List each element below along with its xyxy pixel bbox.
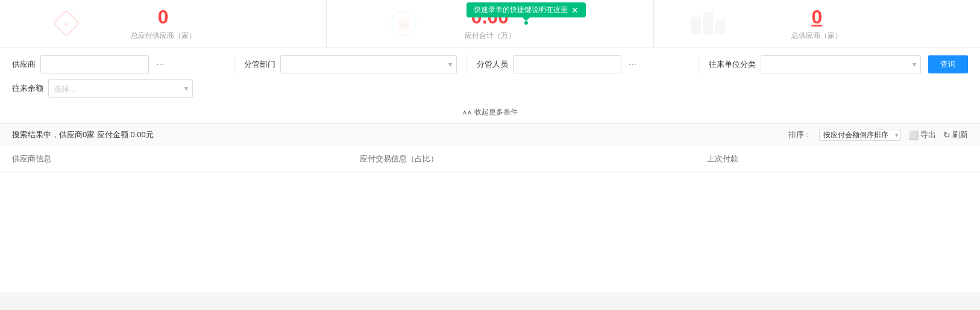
stat-total-payable-suppliers: ◆ 0 总应付供应商（家） bbox=[0, 0, 327, 48]
filter-section: 供应商 ··· 分管部门 ▾ 分管人员 ··· 往来单位分类 bbox=[0, 48, 980, 124]
tooltip-text: 快速录单的快捷键说明在这里 bbox=[474, 5, 568, 15]
stat-value-total-suppliers: 0 bbox=[811, 7, 822, 28]
table-body bbox=[0, 172, 980, 293]
tooltip-dot bbox=[523, 20, 529, 26]
unit-class-label: 往来单位分类 bbox=[709, 59, 756, 70]
collapse-label: 收起更多条件 bbox=[474, 107, 518, 117]
stat-payable-total: 🐷 快速录单的快捷键说明在这里 ✕ 0.00 应付合计（万） bbox=[327, 0, 653, 48]
filter-person: 分管人员 ··· bbox=[477, 55, 689, 73]
filter-unit-class: 往来单位分类 ▾ bbox=[709, 55, 921, 73]
filter-balance: 往来余额 ▾ bbox=[12, 79, 193, 98]
stat-icon-piggy: 🐷 bbox=[387, 6, 421, 42]
supplier-label: 供应商 bbox=[12, 59, 36, 70]
balance-label: 往来余额 bbox=[12, 83, 43, 94]
sort-select[interactable]: 按应付会额倒序排序 bbox=[819, 129, 901, 141]
refresh-label: 刷新 bbox=[952, 129, 968, 140]
table-col-header-2: 应付交易信息（占比） bbox=[360, 153, 708, 164]
export-label: 导出 bbox=[920, 129, 936, 140]
department-label: 分管部门 bbox=[244, 59, 275, 70]
person-label: 分管人员 bbox=[477, 59, 508, 70]
filter-department: 分管部门 ▾ bbox=[244, 55, 456, 73]
stat-icon-boxes bbox=[690, 11, 726, 37]
filter-row-2: 往来余额 ▾ bbox=[12, 79, 968, 98]
tooltip-close-icon[interactable]: ✕ bbox=[571, 6, 579, 14]
department-select[interactable] bbox=[280, 55, 456, 73]
export-button[interactable]: ⬜ 导出 bbox=[908, 129, 936, 140]
stats-bar: ◆ 0 总应付供应商（家） 🐷 快速录单的快捷键说明在这里 ✕ 0.00 应付合… bbox=[0, 0, 980, 48]
result-actions: 排序： 按应付会额倒序排序 ▾ ⬜ 导出 ↻ 刷新 bbox=[788, 129, 968, 141]
query-btn-wrapper: 查询 bbox=[928, 55, 968, 73]
department-select-wrapper: ▾ bbox=[280, 55, 456, 73]
stat-label-total-suppliers: 总供应商（家） bbox=[791, 31, 842, 41]
svg-rect-4 bbox=[691, 17, 701, 34]
person-dots[interactable]: ··· bbox=[626, 59, 639, 70]
stat-label-payable-suppliers: 总应付供应商（家） bbox=[131, 31, 196, 41]
balance-select-wrapper: ▾ bbox=[48, 79, 193, 98]
export-icon: ⬜ bbox=[908, 130, 919, 140]
unit-class-select[interactable] bbox=[761, 55, 921, 73]
svg-text:🐷: 🐷 bbox=[396, 15, 413, 31]
divider-3 bbox=[699, 55, 699, 73]
collapse-row: ∧∧ 收起更多条件 bbox=[12, 104, 968, 123]
divider-2 bbox=[466, 55, 467, 73]
refresh-button[interactable]: ↻ 刷新 bbox=[943, 129, 968, 140]
svg-text:◆: ◆ bbox=[64, 20, 69, 26]
person-input[interactable] bbox=[513, 55, 621, 73]
stat-label-payable-total: 应付合计（万） bbox=[465, 31, 515, 41]
unit-class-select-wrapper: ▾ bbox=[761, 55, 921, 73]
svg-rect-5 bbox=[703, 12, 713, 34]
balance-input[interactable] bbox=[48, 79, 193, 98]
collapse-button[interactable]: ∧∧ 收起更多条件 bbox=[462, 107, 518, 117]
quick-entry-tooltip: 快速录单的快捷键说明在这里 ✕ bbox=[466, 2, 586, 17]
sort-label: 排序： bbox=[788, 129, 812, 140]
refresh-icon: ↻ bbox=[943, 130, 950, 140]
stat-icon-diamond: ◆ bbox=[48, 5, 84, 43]
svg-rect-6 bbox=[715, 20, 725, 34]
sort-select-wrapper: 按应付会额倒序排序 ▾ bbox=[819, 129, 901, 141]
table-header: 供应商信息 应付交易信息（占比） 上次付款 bbox=[0, 146, 980, 172]
filter-supplier: 供应商 ··· bbox=[12, 55, 224, 73]
result-bar: 搜索结果中，供应商0家 应付金额 0.00元 排序： 按应付会额倒序排序 ▾ ⬜… bbox=[0, 124, 980, 146]
collapse-up-icon: ∧∧ bbox=[462, 108, 472, 116]
query-button[interactable]: 查询 bbox=[928, 55, 968, 73]
stat-total-suppliers: 0 总供应商（家） bbox=[654, 0, 980, 48]
table-col-header-1: 供应商信息 bbox=[12, 153, 360, 164]
table-col-header-3: 上次付款 bbox=[707, 153, 968, 164]
divider-1 bbox=[234, 55, 234, 73]
stat-value-payable-suppliers: 0 bbox=[158, 7, 169, 28]
supplier-input[interactable] bbox=[40, 55, 149, 73]
filter-row-1: 供应商 ··· 分管部门 ▾ 分管人员 ··· 往来单位分类 bbox=[12, 55, 968, 73]
supplier-dots[interactable]: ··· bbox=[154, 59, 166, 70]
result-info-text: 搜索结果中，供应商0家 应付金额 0.00元 bbox=[12, 129, 154, 140]
